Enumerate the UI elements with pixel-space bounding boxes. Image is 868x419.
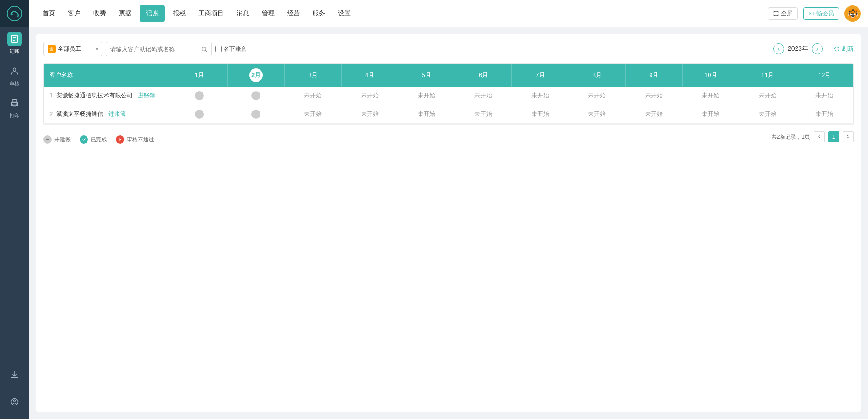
status-not-started: 未开始	[815, 92, 833, 99]
status-not-started: 未开始	[645, 111, 663, 117]
page-prev-button[interactable]: <	[814, 131, 825, 142]
status-not-started: 未开始	[361, 92, 379, 99]
nav-manage[interactable]: 管理	[256, 0, 281, 27]
my-accounts-checkbox-label[interactable]: 名下账套	[215, 45, 247, 53]
search-input[interactable]	[106, 46, 197, 53]
page-next-button[interactable]: >	[843, 131, 854, 142]
legend-not-built-label: 未建账	[54, 136, 71, 144]
month-cell-4: 未开始	[341, 87, 398, 105]
nav-settings[interactable]: 设置	[332, 0, 357, 27]
month-cell-12: 未开始	[796, 87, 853, 105]
svg-point-0	[7, 6, 22, 21]
current-month-circle: 2月	[249, 68, 263, 82]
fullscreen-button[interactable]: 全屏	[768, 7, 798, 20]
status-not-started: 未开始	[588, 92, 606, 99]
status-not-started: 未开始	[531, 111, 549, 117]
total-records: 共2条记录，1页	[772, 133, 810, 141]
table-row: 1 安徽畅捷通信息技术有限公司 进账簿 未开始未开始未开始未开始未开始未开始未开…	[44, 87, 853, 105]
nav-customer[interactable]: 客户	[62, 0, 87, 27]
nav-message[interactable]: 消息	[230, 0, 256, 27]
nav-service[interactable]: 服务	[306, 0, 332, 27]
sidebar-print-label: 打印	[10, 112, 19, 119]
svg-point-12	[14, 400, 16, 402]
sidebar-item-download[interactable]	[0, 363, 29, 386]
status-not-started: 未开始	[474, 92, 492, 99]
status-dot-gray	[195, 110, 204, 119]
my-accounts-label: 名下账套	[223, 45, 247, 53]
legend-teal-dot	[80, 135, 88, 144]
month-cell-12: 未开始	[796, 105, 853, 124]
month-cell-11: 未开始	[739, 87, 796, 105]
col-nov: 11月	[739, 64, 796, 87]
month-cell-5: 未开始	[398, 105, 455, 124]
nav-invoice[interactable]: 票据	[112, 0, 138, 27]
table-body: 1 安徽畅捷通信息技术有限公司 进账簿 未开始未开始未开始未开始未开始未开始未开…	[44, 87, 853, 124]
print-icon	[7, 96, 22, 111]
enter-ledger-link[interactable]: 进账簿	[108, 111, 126, 117]
sidebar-item-user-circle[interactable]	[0, 390, 29, 414]
row-customer-name: 漠澳太平畅捷通信	[56, 111, 103, 117]
status-not-started: 未开始	[418, 92, 435, 99]
page-card: 全 全部员工 ▾	[36, 34, 861, 412]
chevron-down-icon: ▾	[96, 47, 98, 52]
my-accounts-checkbox[interactable]	[215, 46, 222, 52]
month-cell-10: 未开始	[682, 87, 739, 105]
sidebar: 记账 审核 打印	[0, 0, 29, 419]
table-scroll: 客户名称 1月 2月 3月 4月	[44, 64, 853, 124]
sidebar-item-print[interactable]: 打印	[0, 92, 29, 124]
sidebar-audit-label: 审核	[10, 80, 19, 87]
refresh-button[interactable]: 刷新	[834, 45, 854, 53]
status-not-started: 未开始	[474, 111, 492, 117]
month-cell-2	[227, 87, 284, 105]
refresh-icon	[834, 46, 840, 52]
month-cell-5: 未开始	[398, 87, 455, 105]
legend-completed-label: 已完成	[91, 136, 107, 144]
employee-select[interactable]: 全 全部员工 ▾	[43, 42, 102, 56]
status-not-started: 未开始	[815, 111, 833, 117]
month-cell-11: 未开始	[739, 105, 796, 124]
status-not-started: 未开始	[702, 92, 719, 99]
nav-home[interactable]: 首页	[36, 0, 62, 27]
table-header-row: 客户名称 1月 2月 3月 4月	[44, 64, 853, 87]
sidebar-logo	[0, 0, 29, 27]
employee-tag-icon: 全	[48, 45, 56, 53]
search-button[interactable]	[197, 42, 211, 56]
user-avatar[interactable]: 🐯	[844, 5, 861, 22]
col-jan: 1月	[171, 64, 227, 87]
status-not-started: 未开始	[531, 92, 549, 99]
vip-label: 畅会员	[816, 10, 834, 18]
col-jun: 6月	[455, 64, 511, 87]
row-index: 2	[49, 111, 53, 117]
year-prev-button[interactable]: ‹	[773, 43, 784, 54]
nav-ledger[interactable]: 记账	[140, 5, 165, 22]
month-cell-9: 未开始	[626, 87, 682, 105]
search-icon	[201, 46, 207, 53]
enter-ledger-link[interactable]: 进账簿	[138, 92, 155, 99]
status-not-started: 未开始	[759, 111, 776, 117]
vip-button[interactable]: 畅会员	[803, 7, 839, 20]
nav-fee[interactable]: 收费	[87, 0, 112, 27]
sidebar-item-ledger[interactable]: 记账	[0, 27, 29, 59]
fullscreen-label: 全屏	[781, 10, 793, 18]
month-cell-3: 未开始	[285, 105, 341, 124]
legend-rejected: 审核不通过	[116, 135, 154, 144]
status-dot-gray	[251, 91, 260, 100]
nav-operation[interactable]: 经营	[281, 0, 306, 27]
status-dot-gray	[195, 91, 204, 100]
sidebar-item-audit[interactable]: 审核	[0, 59, 29, 92]
audit-icon	[7, 64, 22, 78]
topnav: 首页 客户 收费 票据 记账 报税 工商项目 消息 管理 经营 服务 设置 全屏	[29, 0, 868, 27]
nav-tax[interactable]: 报税	[167, 0, 192, 27]
year-next-button[interactable]: ›	[812, 43, 823, 54]
col-may: 5月	[398, 64, 455, 87]
col-dec: 12月	[796, 64, 853, 87]
nav-business[interactable]: 工商项目	[192, 0, 230, 27]
row-index: 1	[49, 92, 53, 99]
col-oct: 10月	[682, 64, 739, 87]
month-cell-7: 未开始	[512, 87, 569, 105]
page-1-button[interactable]: 1	[828, 131, 839, 142]
table-row: 2 漠澳太平畅捷通信 进账簿 未开始未开始未开始未开始未开始未开始未开始未开始未…	[44, 105, 853, 124]
fullscreen-icon	[773, 10, 779, 17]
svg-point-14	[810, 13, 812, 14]
user-circle-icon	[7, 395, 22, 409]
